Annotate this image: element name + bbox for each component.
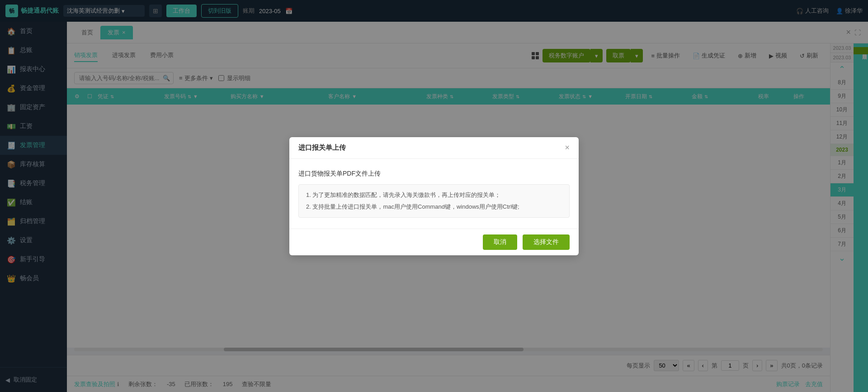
modal-instruction-2: 2. 支持批量上传进口报关单，mac用户使用Command键，windows用户… — [306, 203, 562, 211]
modal-info-box: 1. 为了更加精准的数据匹配，请先录入海关缴款书，再上传对应的报关单； 2. 支… — [298, 184, 570, 218]
modal-instruction-1: 1. 为了更加精准的数据匹配，请先录入海关缴款书，再上传对应的报关单； — [306, 191, 562, 199]
modal-footer: 取消 选择文件 — [289, 229, 579, 255]
modal-cancel-button[interactable]: 取消 — [483, 234, 517, 250]
instruction-text-2: 2. 支持批量上传进口报关单，mac用户使用Command键，windows用户… — [306, 203, 519, 211]
instruction-text-1: 1. 为了更加精准的数据匹配，请先录入海关缴款书，再上传对应的报关单； — [306, 191, 500, 199]
modal-body: 进口货物报关单PDF文件上传 1. 为了更加精准的数据匹配，请先录入海关缴款书，… — [289, 159, 579, 229]
modal-section-title: 进口货物报关单PDF文件上传 — [298, 170, 570, 178]
modal-close-button[interactable]: × — [565, 143, 570, 152]
import-customs-modal: 进口报关单上传 × 进口货物报关单PDF文件上传 1. 为了更加精准的数据匹配，… — [289, 137, 579, 255]
modal-select-file-button[interactable]: 选择文件 — [523, 234, 570, 250]
modal-overlay[interactable]: 进口报关单上传 × 进口货物报关单PDF文件上传 1. 为了更加精准的数据匹配，… — [0, 0, 868, 392]
modal-header: 进口报关单上传 × — [289, 137, 579, 159]
modal-title: 进口报关单上传 — [298, 143, 346, 152]
